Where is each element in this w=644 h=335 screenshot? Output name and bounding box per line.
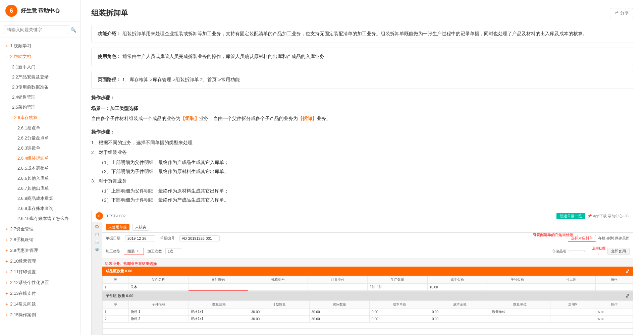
mock-btd-planqty: 30.00	[249, 316, 310, 323]
sidebar-item-otheroutstock[interactable]: 2.6.7其他出库单	[0, 183, 80, 193]
mock-expand-icon[interactable]: ⤢	[625, 268, 630, 274]
sidebar-item-video[interactable]: + 1.视频学习	[0, 41, 80, 51]
annotation4-arrow: ↓	[598, 252, 600, 256]
mock-type-label: 加工类型	[106, 249, 120, 254]
search-input[interactable]	[4, 25, 69, 34]
step3-1: （1）上部明细为父件明细，最终作为原材料生成其它出库单；	[91, 187, 633, 196]
mock-top-table-container: 序 父件名称 父件编码 规格型号 计量单位 生产数量 成本金额 序号金额 可出库	[102, 276, 633, 291]
mock-nav-settings: ⚙️	[95, 248, 99, 252]
screenshot-mock: 6 TEST-H002 新建单据一览 📌 App下载 帮助中心 CC 🏠 📋 📊…	[92, 210, 633, 335]
mock-th-unit: 计量单位	[308, 276, 368, 284]
sidebar-sub-label: 2.1新手入门	[12, 64, 36, 69]
sidebar-item-goodscost[interactable]: 2.6.8商品成本重算	[0, 193, 80, 204]
expand-icon: +	[5, 291, 8, 296]
share-button[interactable]: 分享	[610, 8, 633, 18]
mock-count-input[interactable]	[165, 248, 182, 254]
sidebar-item-new[interactable]: 2.1新手入门	[0, 62, 80, 72]
step2-1: （1）上部明细为父件明细，最终作为产成品生成其它入库单；	[91, 158, 633, 167]
mock-tab-new[interactable]: 未使用单据	[106, 224, 129, 230]
mock-warehouse-row: 仓储品项 启用处理 ↓ 立即套用	[552, 246, 630, 256]
sidebar-item-onlinepay[interactable]: + 2.13在线支付	[0, 288, 80, 299]
mock-btd-unitcost: 0.00	[370, 309, 430, 316]
sidebar-item-stockerr[interactable]: 2.6.10库存账本错了怎么办	[0, 214, 80, 224]
path-label: 页面路径：	[98, 77, 121, 82]
sidebar-sub-label: 2.6.2分量盘点单	[17, 135, 49, 141]
page-title: 组装拆卸单	[91, 8, 128, 18]
sidebar-item-finance[interactable]: + 2.7资金管理	[0, 224, 80, 234]
mock-billno-input[interactable]	[179, 235, 220, 241]
mock-bth-seq: 序	[103, 301, 129, 309]
sidebar-item-stocktake[interactable]: 2.6.1盘点单	[0, 123, 80, 133]
sidebar-item-partstocktake[interactable]: 2.6.2分量盘点单	[0, 133, 80, 143]
sidebar-item-faq[interactable]: + 2.14常见问题	[0, 299, 80, 310]
mock-btd-unitcost: 0.00	[370, 316, 430, 323]
mock-toolbar: 未使用单据 未核实	[102, 222, 633, 233]
sidebar-item-ops[interactable]: + 2.10经营管理	[0, 256, 80, 267]
mock-nav-chart: 📊	[95, 240, 99, 244]
mock-btd-costamt: 0.00	[430, 309, 490, 316]
sidebar-item-label: 2.12系统个性化设置	[10, 280, 49, 286]
sidebar-item-docs[interactable]: − 2.帮助文档	[0, 51, 80, 62]
sidebar-sub-label: 2.6.7其他出库单	[17, 186, 49, 191]
mock-section-header: 成品区数量 0.00 ⤢	[102, 267, 633, 276]
mock-save-txt: 存档 存到 保存关闭	[598, 236, 630, 241]
table-row: 2 物料 2 规格1+1 30.00 30.00 0.00 0.00	[103, 316, 633, 323]
annotation1-text: 有装配清单的在这里处理	[533, 232, 573, 237]
mock-layout: 🏠 📋 📊 ⚙️ 未使用单据 未核实	[92, 222, 633, 335]
mock-side-nav: 🏠 📋 📊 ⚙️	[92, 222, 102, 335]
sidebar-item-otherinstock[interactable]: 2.6.6其他入库单	[0, 173, 80, 183]
logo-text: 好生意 帮助中心	[21, 7, 60, 14]
mock-new-btn[interactable]: 新建单据一览	[556, 213, 585, 219]
mock-th-seqcost: 序号金额	[487, 276, 547, 284]
sidebar-item-stockquery[interactable]: 2.6.9库存账本查询	[0, 204, 80, 214]
sidebar-item-print[interactable]: + 2.11打印设置	[0, 267, 80, 277]
mock-btd-specqty: 规格1+1	[189, 316, 249, 323]
sidebar-item-adjust[interactable]: 2.6.3调拨单	[0, 143, 80, 153]
sidebar-item-inventory[interactable]: − 2.6库存核算	[0, 112, 80, 123]
step2-2: （2）下部明细为子件明细，最终作为原材料生成其它出库单。	[91, 167, 633, 176]
mock-tab-pending[interactable]: 未核实	[132, 224, 149, 231]
sidebar-item-mobile[interactable]: + 2.8手机旺铺	[0, 234, 80, 245]
sidebar-item-label: 2.14常见问题	[10, 301, 36, 307]
sidebar-item-install[interactable]: 2.2产品安装及登录	[0, 72, 80, 82]
mock-apply-btn[interactable]: 立即套用	[607, 248, 630, 255]
table-row: 1 物料 1 规格1+1 30.00 30.00 0.00 0.00 数量单位	[103, 309, 633, 316]
sidebar-item-coupon[interactable]: + 2.9优惠券管理	[0, 245, 80, 256]
mock-type-select[interactable]: 组装 ▼	[124, 248, 144, 255]
sidebar-item-label: 2.8手机旺铺	[10, 237, 34, 243]
sidebar-item-data[interactable]: 2.3使用前数据准备	[0, 82, 80, 92]
mock-btd-seq: 1	[103, 309, 129, 316]
role-block: 使用角色： 通常由生产人员或库管人员完成拆装业务的操作，库管人员确认原材料的出库…	[91, 48, 633, 66]
mock-section-label: 成品区数量 0.00	[106, 269, 132, 274]
step2: 2、对于组装业务	[91, 148, 633, 157]
sidebar-item-assembly[interactable]: 2.6.4组装拆卸单	[0, 153, 80, 163]
table-row	[103, 323, 633, 329]
expand-icon: +	[5, 280, 8, 285]
mock-date-input[interactable]	[125, 235, 155, 241]
role-text: 通常由生产人员或库管人员完成拆装业务的操作，库管人员确认原材料的出库和产成品的入…	[122, 54, 324, 59]
sidebar-item-purchase[interactable]: 2.5采购管理	[0, 102, 80, 112]
mock-btd-specqty: 规格1+1	[189, 309, 249, 316]
sidebar-item-costadj[interactable]: 2.6.5成本调整单	[0, 163, 80, 173]
mock-warehouse-input[interactable]	[569, 250, 585, 252]
mock-btd-planqty: 30.00	[249, 309, 310, 316]
expand-icon: +	[5, 269, 8, 275]
sidebar-sub-label: 2.6.8商品成本重算	[17, 196, 53, 201]
mock-btd-realqty: 30.00	[309, 316, 370, 323]
mock-td-action	[595, 284, 633, 291]
sidebar-item-cases[interactable]: + 2.15操作案例	[0, 310, 80, 320]
mock-bottom-section-header: 子件区 数量 0.00 ⤢	[102, 291, 633, 300]
mock-btd-seq: 2	[103, 316, 129, 323]
sidebar-sub-label: 2.2产品安装及登录	[12, 74, 49, 79]
mock-td-code[interactable]	[188, 284, 248, 291]
search-button[interactable]: 🔍	[70, 27, 76, 33]
mock-td-name: 关木	[128, 284, 188, 291]
intro-block: 功能介绍： 组装拆卸单用来处理企业组装或拆卸等加工业务，支持有固定装配清单的产品…	[91, 25, 633, 43]
sidebar-item-sysconfig[interactable]: + 2.12系统个性化设置	[0, 277, 80, 288]
mock-company: TEST-H002	[106, 214, 553, 218]
table-row: 1 关木 1件+1件 10.00	[103, 284, 633, 291]
sidebar-item-sales[interactable]: 2.4销售管理	[0, 92, 80, 102]
mock-bottom-expand-icon[interactable]: ⤢	[625, 293, 630, 299]
steps-sub-title: 操作步骤：	[91, 129, 633, 135]
mock-bth-costamt: 成本金额	[430, 301, 490, 309]
